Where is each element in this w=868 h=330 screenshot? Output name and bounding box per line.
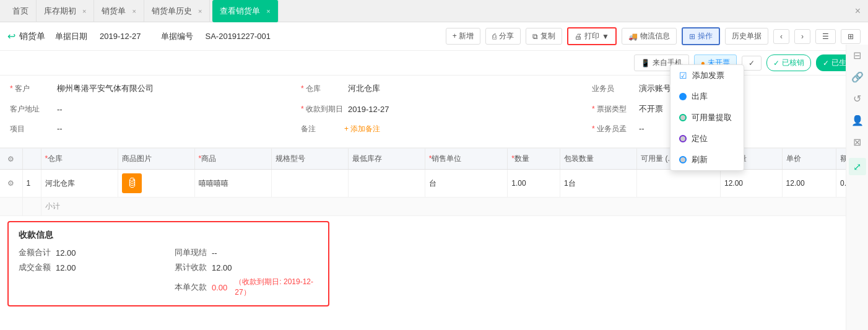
sidebar-icon-3[interactable]: ↺ <box>853 93 861 105</box>
add-note-button[interactable]: + 添加备注 <box>344 124 380 134</box>
check3-icon: ✓ <box>823 59 829 67</box>
cumulative-value: 12.00 <box>212 263 232 272</box>
ticket-type-label: 票据类型 <box>592 104 635 115</box>
list-view-button[interactable]: ☰ <box>815 29 836 44</box>
grid-icon: ⊞ <box>689 32 695 41</box>
project-label: 项目 <box>10 124 53 134</box>
current-due-label: 本单欠款 <box>175 282 207 293</box>
ticket-type-value[interactable]: 不开票 <box>635 102 667 116</box>
transaction-amount-row: 成交金额 12.00 <box>19 262 162 273</box>
warehouse-value[interactable]: 河北仓库 <box>344 82 384 96</box>
operations-button[interactable]: ⊞ 操作 <box>682 27 720 45</box>
col-minstock: 最低库存 <box>348 149 425 170</box>
col-image: 商品图片 <box>118 149 194 170</box>
tab-history-close[interactable]: × <box>198 7 202 15</box>
confirm-btn[interactable]: ✓ <box>742 56 762 71</box>
staff-value[interactable]: 演示账号 <box>635 82 675 96</box>
customer-label: 客户 <box>10 84 53 94</box>
col-gear[interactable]: ⚙ <box>0 149 22 170</box>
row-available[interactable] <box>637 170 721 198</box>
row-stock[interactable]: 12.00 <box>720 170 782 198</box>
total-amount-row: 金额合计 12.00 <box>19 247 162 258</box>
tab-sales-label: 销货单 <box>102 6 126 17</box>
tab-sales-history[interactable]: 销货单历史 × <box>144 0 210 22</box>
row-qty[interactable]: 1.00 <box>508 170 560 198</box>
table-row: ⚙ 1 河北仓库 🛢 嘻嘻嘻嘻 台 1.00 1台 12.00 12.00 0. <box>0 170 868 198</box>
total-amount-value: 12.00 <box>56 248 76 258</box>
print-dropdown-icon: ▼ <box>602 32 609 41</box>
row-spec[interactable] <box>271 170 348 198</box>
due-date-value[interactable]: 2019-12-27 <box>344 103 393 116</box>
dropdown-available-qty[interactable]: 可用量提取 <box>671 107 744 128</box>
window-close-icon[interactable]: × <box>855 6 861 17</box>
cumulative-label: 累计收款 <box>175 262 207 273</box>
same-order-value: -- <box>212 248 217 258</box>
next-button[interactable]: › <box>794 29 810 44</box>
col-unitprice: 单价 <box>782 149 836 170</box>
tab-home[interactable]: 首页 <box>5 0 37 22</box>
check-icon: ✓ <box>749 59 755 67</box>
subtotal-text: 小计 <box>41 198 868 216</box>
grid-view-button[interactable]: ⊞ <box>841 29 861 44</box>
project-value[interactable]: -- <box>53 123 66 135</box>
customer-field: 客户 柳州粤港平安气体有限公司 <box>10 82 276 96</box>
share-button[interactable]: ⎙ 分享 <box>485 28 521 45</box>
tab-view-label: 查看销货单 <box>220 6 260 17</box>
sidebar-icon-2[interactable]: 🔗 <box>851 71 864 83</box>
tab-sales-order[interactable]: 销货单 × <box>94 0 144 22</box>
payment-info-section: 收款信息 金额合计 12.00 同单现结 -- 成交金额 12.00 累计收款 … <box>7 221 329 306</box>
dropdown-locate[interactable]: 定位 <box>671 128 744 149</box>
biz-staff-label: 业务员孟 <box>592 124 635 134</box>
payment-info-title: 收款信息 <box>19 230 318 241</box>
transaction-amount-label: 成交金额 <box>19 262 51 273</box>
tab-sales-close[interactable]: × <box>132 7 136 15</box>
dropdown-add-invoice[interactable]: ☑ 添加发票 <box>671 65 744 86</box>
subtotal-gear <box>0 198 22 216</box>
warehouse-field: 仓库 河北仓库 <box>301 82 567 96</box>
print-button[interactable]: 🖨 打印 ▼ <box>567 27 617 45</box>
row-gear[interactable]: ⚙ <box>0 170 22 198</box>
right-sidebar: ⊟ 🔗 ↺ 👤 ⊠ ⤢ <box>846 45 868 330</box>
dropdown-warehouse-out[interactable]: 出库 <box>671 86 744 107</box>
logistics-button[interactable]: 🚚 物流信息 <box>622 28 677 45</box>
biz-staff-value[interactable]: -- <box>635 123 648 135</box>
current-due-value: 0.00 <box>212 283 227 292</box>
address-value[interactable]: -- <box>53 103 66 116</box>
tab-bar: 首页 库存期初 × 销货单 × 销货单历史 × 查看销货单 × × <box>0 0 868 22</box>
sidebar-icon-4[interactable]: 👤 <box>851 115 864 126</box>
doc-title-section: ↩ 销货单 <box>7 30 45 42</box>
row-minstock[interactable] <box>348 170 425 198</box>
customer-value[interactable]: 柳州粤港平安气体有限公司 <box>53 82 157 96</box>
prev-button[interactable]: ‹ <box>773 29 789 44</box>
row-unitprice[interactable]: 12.00 <box>782 170 836 198</box>
tab-inventory-init[interactable]: 库存期初 × <box>37 0 94 22</box>
row-num: 1 <box>22 170 41 198</box>
doc-date-label: 单据日期 <box>55 31 87 42</box>
row-unit[interactable]: 台 <box>425 170 508 198</box>
same-order-label: 同单现结 <box>175 247 207 258</box>
doc-number-label: 单据编号 <box>161 31 193 42</box>
row-warehouse[interactable]: 河北仓库 <box>41 170 118 198</box>
tab-view-close[interactable]: × <box>266 7 270 15</box>
sidebar-icon-1[interactable]: ⊟ <box>853 50 861 61</box>
note-field: 备注 + 添加备注 <box>301 124 567 134</box>
tab-inventory-close[interactable]: × <box>82 7 86 15</box>
col-unit: *销售单位 <box>425 149 508 170</box>
sidebar-icon-5[interactable]: ⊠ <box>853 136 861 148</box>
doc-actions: + 新增 ⎙ 分享 ⧉ 复制 🖨 打印 ▼ 🚚 物流信息 ⊞ 操作 <box>446 27 861 45</box>
row-product[interactable]: 嘻嘻嘻嘻 <box>194 170 271 198</box>
check2-icon: ✓ <box>773 59 779 67</box>
current-due-row: 本单欠款 0.00 （收款到期日: 2019-12-27） <box>175 277 318 298</box>
history-button[interactable]: 历史单据 <box>725 28 768 45</box>
sidebar-icon-expand[interactable]: ⤢ <box>849 158 866 175</box>
col-rownum <box>22 149 41 170</box>
tab-view-sales[interactable]: 查看销货单 × <box>212 0 278 22</box>
dropdown-refresh[interactable]: 刷新 <box>671 149 744 170</box>
sold-out-btn[interactable]: ✓ 已核销 <box>766 54 811 71</box>
row-pkgqty[interactable]: 1台 <box>560 170 637 198</box>
radio-dot-2 <box>679 114 687 121</box>
current-due-note: （收款到期日: 2019-12-27） <box>235 277 318 298</box>
copy-button[interactable]: ⧉ 复制 <box>526 28 562 45</box>
new-button[interactable]: + 新增 <box>446 28 480 45</box>
doc-type-label: 销货单 <box>19 31 45 42</box>
